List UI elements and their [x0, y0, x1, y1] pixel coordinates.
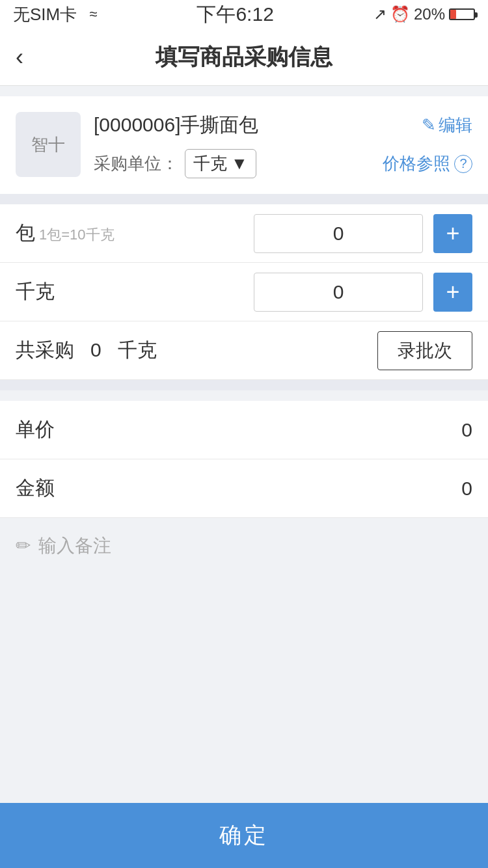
total-label: 共采购: [16, 339, 74, 360]
alarm-icon: ⏰: [390, 5, 410, 23]
battery-percent: 20%: [414, 5, 445, 23]
unit-label: 采购单位：: [94, 152, 178, 175]
unit-row: 采购单位： 千克 ▼ 价格参照 ?: [94, 149, 472, 178]
input-section: 包1包=10千克 + 千克 +: [0, 204, 488, 321]
unit-value: 千克: [193, 152, 227, 175]
total-text: 共采购 0 千克: [16, 337, 157, 364]
total-unit: 千克: [118, 339, 157, 360]
bao-input-row: 包1包=10千克 +: [0, 204, 488, 263]
time-display: 下午6:12: [197, 1, 273, 28]
nav-bar: ‹ 填写商品采购信息: [0, 29, 488, 86]
edit-label: 编辑: [439, 114, 472, 137]
status-right: ↗ ⏰ 20%: [373, 5, 475, 23]
page-title: 填写商品采购信息: [156, 42, 332, 72]
bao-input[interactable]: [254, 214, 423, 253]
price-info-section: 单价 0 金额 0: [0, 401, 488, 518]
bao-label: 包1包=10千克: [16, 220, 133, 247]
note-placeholder: 输入备注: [38, 534, 111, 558]
amount-row: 金额 0: [0, 459, 488, 518]
batch-button[interactable]: 录批次: [377, 331, 472, 370]
battery-icon: [449, 8, 475, 20]
kg-plus-button[interactable]: +: [433, 273, 472, 312]
total-value: 0: [90, 339, 102, 360]
product-card: 智十 [0000006]手撕面包 ✎ 编辑 采购单位： 千克 ▼ 价格参照 ?: [0, 96, 488, 194]
carrier-label: 无SIM卡: [13, 3, 77, 26]
kg-input[interactable]: [254, 273, 423, 312]
kg-label: 千克: [16, 278, 133, 305]
amount-value: 0: [461, 478, 472, 500]
pencil-icon: ✏: [16, 535, 31, 556]
dropdown-icon: ▼: [231, 154, 248, 174]
unit-price-label: 单价: [16, 416, 55, 443]
price-ref-icon: ?: [454, 155, 472, 173]
back-button[interactable]: ‹: [16, 44, 23, 71]
product-info: [0000006]手撕面包 ✎ 编辑 采购单位： 千克 ▼ 价格参照 ?: [94, 112, 472, 178]
edit-icon: ✎: [422, 115, 436, 135]
bao-input-wrap: +: [133, 214, 472, 253]
kg-input-row: 千克 +: [0, 263, 488, 321]
product-full-name: [0000006]手撕面包: [94, 112, 258, 139]
product-image: 智十: [16, 112, 81, 177]
price-ref-label: 价格参照: [383, 152, 450, 175]
amount-label: 金额: [16, 475, 55, 502]
note-section[interactable]: ✏ 输入备注: [0, 518, 488, 648]
unit-price-row: 单价 0: [0, 401, 488, 459]
price-ref-button[interactable]: 价格参照 ?: [383, 152, 472, 175]
product-logo-text: 智十: [31, 133, 65, 156]
status-left: 无SIM卡 ≈: [13, 3, 97, 26]
unit-price-value: 0: [461, 419, 472, 441]
divider-2: [0, 380, 488, 390]
edit-button[interactable]: ✎ 编辑: [422, 114, 472, 137]
kg-input-wrap: +: [133, 273, 472, 312]
divider-1: [0, 194, 488, 204]
location-icon: ↗: [373, 5, 386, 23]
wifi-icon: ≈: [82, 6, 97, 23]
product-name-row: [0000006]手撕面包 ✎ 编辑: [94, 112, 472, 139]
total-row: 共采购 0 千克 录批次: [0, 321, 488, 380]
bao-plus-button[interactable]: +: [433, 214, 472, 253]
status-bar: 无SIM卡 ≈ 下午6:12 ↗ ⏰ 20%: [0, 0, 488, 29]
confirm-button[interactable]: 确定: [0, 803, 488, 868]
unit-select[interactable]: 千克 ▼: [185, 149, 256, 178]
